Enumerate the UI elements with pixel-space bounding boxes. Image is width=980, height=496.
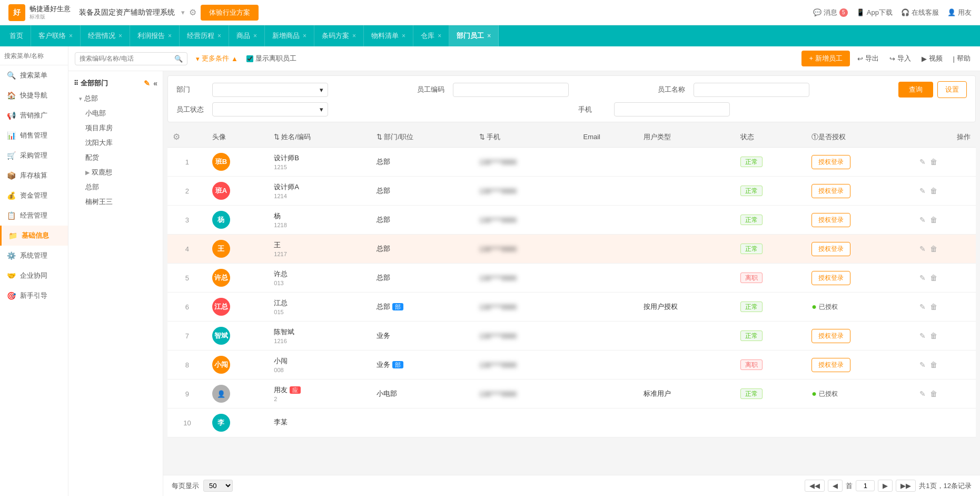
- sidebar-item-management[interactable]: 📋 经营管理: [0, 206, 68, 226]
- sidebar-item-marketing[interactable]: 📢 营销推广: [0, 105, 68, 125]
- dept-tree-item-zongbu[interactable]: 总部: [68, 180, 163, 194]
- sidebar-item-system[interactable]: ⚙️ 系统管理: [0, 246, 68, 266]
- sidebar-item-guide[interactable]: 🎯 新手引导: [0, 286, 68, 306]
- emp-name-input[interactable]: [694, 83, 809, 97]
- emp-code-field: 员工编码: [417, 83, 645, 97]
- sidebar-item-inventory[interactable]: 📦 库存核算: [0, 166, 68, 186]
- delete-icon[interactable]: 🗑: [930, 361, 937, 369]
- tab-history[interactable]: 经营历程×: [180, 25, 229, 46]
- tab-customer[interactable]: 客户联络×: [31, 25, 81, 46]
- dept-tree-item-shenyang[interactable]: 沈阳大库: [68, 135, 163, 150]
- edit-icon[interactable]: ✎: [919, 216, 926, 224]
- phone-input[interactable]: [614, 102, 730, 116]
- page-input[interactable]: [856, 480, 875, 491]
- import-icon: ↪: [889, 55, 895, 63]
- emp-code: 1216: [274, 338, 366, 344]
- edit-icon[interactable]: ✎: [919, 303, 926, 311]
- edit-icon[interactable]: ✎: [919, 332, 926, 340]
- sidebar-item-basic[interactable]: 📁 基础信息: [0, 226, 68, 246]
- tab-new-goods[interactable]: 新增商品×: [265, 25, 314, 46]
- trial-btn[interactable]: 体验行业方案: [201, 5, 259, 21]
- sidebar-item-search[interactable]: 🔍 搜索菜单: [0, 65, 68, 85]
- auth-login-btn[interactable]: 授权登录: [811, 184, 850, 198]
- delete-icon[interactable]: 🗑: [930, 274, 937, 282]
- dept-tree-item-root[interactable]: ▾ 总部: [68, 91, 163, 106]
- auth-granted: ●已授权: [811, 389, 908, 398]
- sidebar-item-collab[interactable]: 🤝 企业协同: [0, 266, 68, 286]
- prev-page-btn[interactable]: ◀: [828, 480, 843, 492]
- dept-collapse-btn[interactable]: «: [153, 79, 157, 87]
- cell-dept: 业务: [371, 322, 474, 351]
- delete-icon[interactable]: 🗑: [930, 332, 937, 340]
- tab-bom[interactable]: 物料清单×: [364, 25, 413, 46]
- next-page-btn[interactable]: ▶: [878, 480, 893, 492]
- auth-login-btn[interactable]: 授权登录: [811, 358, 850, 372]
- last-page-btn[interactable]: ▶▶: [896, 480, 916, 492]
- tab-warehouse[interactable]: 仓库×: [413, 25, 449, 46]
- tab-barcode[interactable]: 条码方案×: [314, 25, 364, 46]
- dept-edit-icon[interactable]: ✎: [144, 79, 150, 87]
- auth-login-btn[interactable]: 授权登录: [811, 242, 850, 256]
- add-employee-btn[interactable]: + 新增员工: [801, 51, 849, 66]
- edit-icon[interactable]: ✎: [919, 361, 926, 369]
- sidebar-item-quicknav[interactable]: 🏠 快捷导航: [0, 85, 68, 105]
- setting-icon[interactable]: ⚙: [173, 132, 180, 141]
- page-size-select[interactable]: 50 20 100: [203, 480, 233, 492]
- search-btn[interactable]: 🔍: [174, 55, 183, 63]
- edit-icon[interactable]: ✎: [919, 274, 926, 282]
- edit-icon[interactable]: ✎: [919, 245, 926, 253]
- cell-actions: ✎ 🗑: [914, 148, 976, 177]
- import-btn[interactable]: ↪ 导入: [886, 52, 914, 65]
- edit-icon[interactable]: ✎: [919, 390, 926, 398]
- tab-employees[interactable]: 部门员工×: [449, 25, 499, 46]
- delete-icon[interactable]: 🗑: [930, 303, 937, 311]
- user-btn[interactable]: 👤 用友: [947, 8, 972, 17]
- query-btn[interactable]: 查询: [898, 82, 933, 98]
- tab-goods[interactable]: 商品×: [229, 25, 265, 46]
- tab-operation[interactable]: 经营情况×: [81, 25, 130, 46]
- auth-login-btn[interactable]: 授权登录: [811, 155, 850, 169]
- dept-tree-item-project[interactable]: 项目库房: [68, 121, 163, 135]
- online-service-btn[interactable]: 🎧 在线客服: [901, 8, 939, 17]
- view-btn[interactable]: ▶ 视频: [918, 52, 946, 65]
- system-name-arrow[interactable]: ▾: [181, 8, 185, 16]
- export-btn[interactable]: ↩ 导出: [854, 52, 882, 65]
- system-icon: ⚙️: [6, 251, 16, 260]
- more-conditions-btn[interactable]: ▾ 更多条件 ▲: [192, 52, 242, 65]
- tab-profit[interactable]: 利润报告×: [130, 25, 180, 46]
- gear-icon[interactable]: ⚙: [189, 7, 196, 17]
- sort-name[interactable]: ⇅ 姓名/编码: [274, 132, 311, 142]
- app-download-btn[interactable]: 📱 App下载: [856, 8, 893, 17]
- dept-tree-item-distribution[interactable]: 配货: [68, 150, 163, 165]
- delete-icon[interactable]: 🗑: [930, 390, 937, 398]
- sort-phone[interactable]: ⇅ 手机: [479, 132, 500, 142]
- dept-tree-item-xiaodian[interactable]: 小电部: [68, 106, 163, 121]
- tab-home[interactable]: 首页: [4, 25, 31, 46]
- delete-icon[interactable]: 🗑: [930, 216, 937, 224]
- edit-icon[interactable]: ✎: [919, 158, 926, 166]
- auth-login-btn[interactable]: 授权登录: [811, 213, 850, 227]
- set-btn[interactable]: 设置: [937, 81, 967, 98]
- dept-select[interactable]: ▾: [212, 83, 328, 97]
- emp-status-select[interactable]: ▾: [212, 102, 328, 116]
- auth-login-btn[interactable]: 授权登录: [811, 271, 850, 285]
- sidebar-item-purchase[interactable]: 🛒 采购管理: [0, 145, 68, 166]
- help-btn[interactable]: | 帮助: [950, 52, 974, 65]
- sidebar-item-sales[interactable]: 📊 销售管理: [0, 125, 68, 145]
- edit-icon[interactable]: ✎: [919, 187, 926, 195]
- dept-tree-item-shuanglu[interactable]: ▶ 双鹿想: [68, 165, 163, 180]
- auth-login-btn[interactable]: 授权登录: [811, 329, 850, 343]
- delete-icon[interactable]: 🗑: [930, 245, 937, 253]
- delete-icon[interactable]: 🗑: [930, 158, 937, 166]
- search-input[interactable]: [80, 55, 174, 62]
- sidebar-item-finance[interactable]: 💰 资金管理: [0, 186, 68, 206]
- show-resign-checkbox-label[interactable]: 显示离职员工: [246, 54, 296, 63]
- dept-tree-item-nanshu[interactable]: 楠树王三: [68, 194, 163, 209]
- sort-dept[interactable]: ⇅ 部门/职位: [377, 132, 413, 142]
- first-page-btn[interactable]: ◀◀: [805, 480, 825, 492]
- emp-code-input[interactable]: [453, 83, 569, 97]
- show-resign-checkbox[interactable]: [246, 55, 253, 62]
- message-btn[interactable]: 💬 消息 5: [813, 8, 848, 17]
- delete-icon[interactable]: 🗑: [930, 187, 937, 195]
- cell-email: [578, 177, 638, 206]
